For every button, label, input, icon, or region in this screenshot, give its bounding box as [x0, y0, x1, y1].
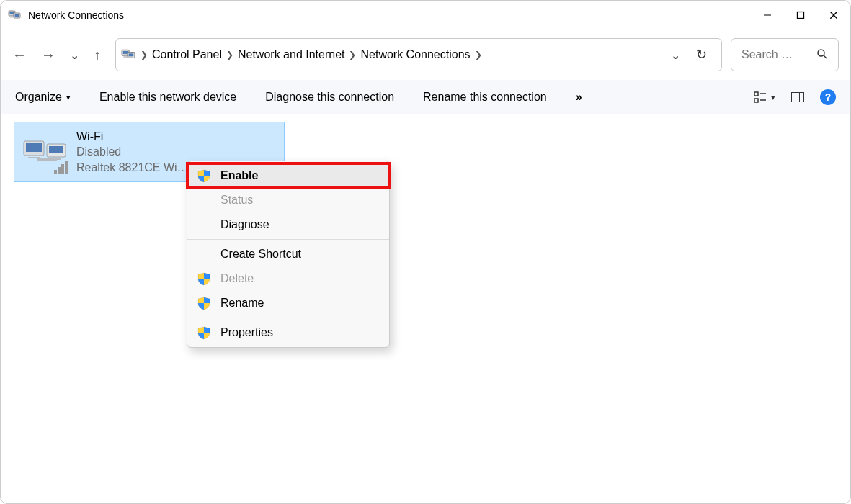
ctx-separator — [187, 318, 389, 318]
svg-rect-19 — [754, 99, 758, 102]
svg-rect-18 — [754, 92, 758, 96]
breadcrumb: Control Panel ❯ Network and Internet ❯ N… — [152, 48, 667, 61]
close-button[interactable] — [817, 1, 850, 30]
ctx-rename[interactable]: Rename — [187, 291, 389, 315]
address-icon — [120, 47, 136, 63]
search-placeholder: Search … — [741, 48, 793, 61]
search-box[interactable]: Search … — [731, 38, 839, 71]
breadcrumb-item[interactable]: Control Panel — [152, 48, 222, 61]
adapter-icon — [20, 127, 69, 176]
svg-rect-13 — [798, 12, 804, 19]
svg-line-17 — [824, 55, 827, 58]
search-icon — [816, 48, 828, 62]
recent-locations-button[interactable]: ⌄ — [70, 48, 79, 62]
view-options-button[interactable]: ▾ — [754, 91, 775, 103]
toolbar-overflow-button[interactable]: » — [576, 91, 584, 104]
adapter-device: Realtek 8821CE Wi… — [76, 160, 189, 176]
maximize-button[interactable] — [784, 1, 817, 30]
context-menu: Enable Status Diagnose Create Shortcut D… — [187, 161, 390, 348]
signal-bars-icon — [54, 161, 68, 174]
back-button[interactable]: ← — [12, 47, 27, 63]
svg-point-16 — [818, 50, 824, 56]
address-bar[interactable]: ❯ Control Panel ❯ Network and Internet ❯… — [115, 38, 722, 71]
command-bar: Organize▾ Enable this network device Dia… — [1, 80, 850, 114]
breadcrumb-separator[interactable]: ❯ — [349, 50, 356, 60]
breadcrumb-item[interactable]: Network Connections — [360, 48, 470, 61]
breadcrumb-separator[interactable]: ❯ — [475, 50, 482, 60]
navigation-row: ← → ⌄ ↑ ❯ Control Panel ❯ Network and In… — [1, 30, 850, 80]
refresh-button[interactable]: ↻ — [696, 47, 707, 63]
breadcrumb-separator[interactable]: ❯ — [226, 50, 233, 60]
breadcrumb-item[interactable]: Network and Internet — [238, 48, 345, 61]
ctx-enable[interactable]: Enable — [187, 163, 389, 188]
rename-connection-button[interactable]: Rename this connection — [423, 91, 547, 104]
ctx-separator — [187, 239, 389, 240]
ctx-diagnose[interactable]: Diagnose — [187, 212, 389, 237]
enable-device-button[interactable]: Enable this network device — [99, 91, 236, 104]
breadcrumb-separator[interactable]: ❯ — [141, 50, 148, 60]
app-icon — [8, 9, 21, 22]
minimize-button[interactable] — [751, 1, 784, 30]
ctx-status: Status — [187, 188, 389, 212]
adapter-name: Wi-Fi — [76, 129, 189, 145]
ctx-delete: Delete — [187, 266, 389, 291]
help-button[interactable]: ? — [820, 89, 836, 105]
content-area[interactable]: Wi-Fi Disabled Realtek 8821CE Wi… — [1, 114, 850, 189]
ctx-properties[interactable]: Properties — [187, 320, 389, 345]
ctx-create-shortcut[interactable]: Create Shortcut — [187, 242, 389, 266]
adapter-status: Disabled — [76, 144, 189, 160]
organize-menu[interactable]: Organize▾ — [15, 91, 71, 104]
preview-pane-button[interactable] — [791, 92, 804, 102]
diagnose-connection-button[interactable]: Diagnose this connection — [265, 91, 394, 104]
forward-button[interactable]: → — [41, 47, 55, 63]
titlebar: Network Connections — [1, 1, 850, 30]
window-title: Network Connections — [28, 9, 124, 21]
up-button[interactable]: ↑ — [94, 47, 101, 63]
address-dropdown-button[interactable]: ⌄ — [671, 48, 680, 62]
